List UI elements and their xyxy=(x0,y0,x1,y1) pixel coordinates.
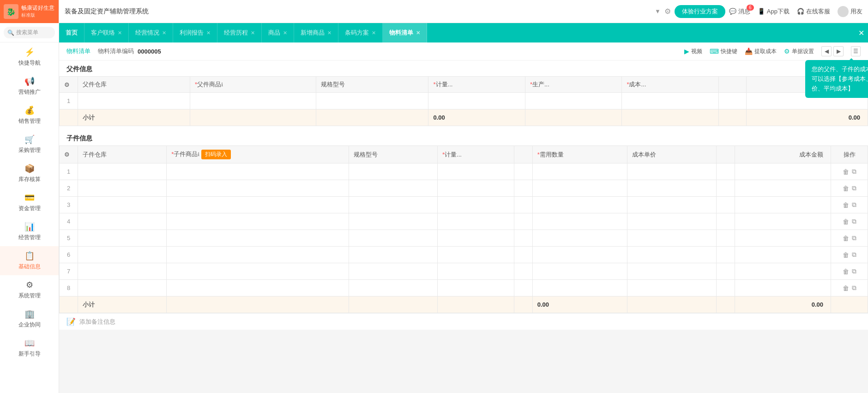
sidebar-item-system[interactable]: ⚙ 系统管理 xyxy=(0,275,59,304)
tab-operation-process-close[interactable]: ✕ xyxy=(251,30,255,36)
child-qty-5[interactable] xyxy=(532,230,627,247)
child-delete-5[interactable]: 🗑 xyxy=(843,235,849,242)
nav-list[interactable]: ☰ xyxy=(851,46,861,56)
child-product-7[interactable] xyxy=(167,263,349,280)
video-button[interactable]: ▶ 视频 xyxy=(684,48,702,55)
parent-product-1[interactable] xyxy=(190,93,316,109)
child-unit-8[interactable] xyxy=(438,280,514,296)
child-unit-4[interactable] xyxy=(438,213,514,230)
tab-product-close[interactable]: ✕ xyxy=(283,30,287,36)
child-delete-4[interactable]: 🗑 xyxy=(843,218,849,225)
child-unit-3[interactable] xyxy=(438,197,514,213)
parent-warehouse-1[interactable] xyxy=(78,93,190,109)
nav-next[interactable]: ▶ xyxy=(833,46,844,56)
child-copy-4[interactable]: ⧉ xyxy=(852,218,856,225)
child-product-6[interactable] xyxy=(167,247,349,263)
single-settings-button[interactable]: ⚙ 单据设置 xyxy=(784,48,814,55)
child-qty-7[interactable] xyxy=(532,263,627,280)
tab-product[interactable]: 商品 ✕ xyxy=(262,23,294,42)
child-qty-2[interactable] xyxy=(532,180,627,197)
add-note-label[interactable]: 添加备注信息 xyxy=(79,318,115,326)
child-qty-3[interactable] xyxy=(532,197,627,213)
parent-production-1[interactable] xyxy=(525,93,621,109)
child-qty-1[interactable] xyxy=(532,163,627,180)
child-unit-cost-1[interactable] xyxy=(627,163,716,180)
child-warehouse-1[interactable] xyxy=(78,163,167,180)
child-spec-1[interactable] xyxy=(349,163,437,180)
child-unit-cost-6[interactable] xyxy=(627,247,716,263)
parent-spec-1[interactable] xyxy=(316,93,428,109)
child-warehouse-4[interactable] xyxy=(78,213,167,230)
online-service-action[interactable]: 🎧 在线客服 xyxy=(797,7,830,16)
child-copy-7[interactable]: ⧉ xyxy=(852,267,856,275)
breadcrumb-parent[interactable]: 物料清单 xyxy=(66,47,90,55)
tab-customer-close[interactable]: ✕ xyxy=(118,30,122,36)
sidebar-item-purchase[interactable]: 🛒 采购管理 xyxy=(0,130,59,159)
message-action[interactable]: 💬 6 消息 xyxy=(729,7,750,16)
child-unit-cost-4[interactable] xyxy=(627,213,716,230)
child-product-3[interactable] xyxy=(167,197,349,213)
sidebar-item-guide[interactable]: 📖 新手引导 xyxy=(0,333,59,363)
child-spec-7[interactable] xyxy=(349,263,437,280)
child-unit-7[interactable] xyxy=(438,263,514,280)
tab-customer[interactable]: 客户联络 ✕ xyxy=(84,23,129,42)
child-spec-4[interactable] xyxy=(349,213,437,230)
tab-add-product-close[interactable]: ✕ xyxy=(327,30,332,36)
tab-profit-report[interactable]: 利润报告 ✕ xyxy=(173,23,217,42)
child-unit-cost-5[interactable] xyxy=(627,230,716,247)
child-copy-5[interactable]: ⧉ xyxy=(852,234,856,242)
child-unit-cost-3[interactable] xyxy=(627,197,716,213)
tab-bom[interactable]: 物料清单 ✕ xyxy=(383,23,427,42)
child-delete-2[interactable]: 🗑 xyxy=(843,185,849,192)
child-unit-6[interactable] xyxy=(438,247,514,263)
child-product-8[interactable] xyxy=(167,280,349,296)
dropdown-arrow[interactable]: ▼ xyxy=(655,8,661,15)
sidebar-item-inventory[interactable]: 📦 库存核算 xyxy=(0,159,59,188)
search-input-wrapper[interactable]: 🔍 搜索菜单 xyxy=(4,27,55,38)
scan-button[interactable]: 扫码录入 xyxy=(201,150,231,159)
child-warehouse-5[interactable] xyxy=(78,230,167,247)
child-warehouse-3[interactable] xyxy=(78,197,167,213)
child-spec-2[interactable] xyxy=(349,180,437,197)
tab-barcode-close[interactable]: ✕ xyxy=(372,30,376,36)
child-copy-1[interactable]: ⧉ xyxy=(852,168,856,175)
tab-operation-status[interactable]: 经营情况 ✕ xyxy=(129,23,173,42)
child-copy-6[interactable]: ⧉ xyxy=(852,251,856,259)
child-delete-7[interactable]: 🗑 xyxy=(843,268,849,275)
user-action[interactable]: 用友 xyxy=(838,6,862,17)
child-unit-cost-8[interactable] xyxy=(627,280,716,296)
settings-icon[interactable]: ⚙ xyxy=(664,7,671,16)
child-warehouse-6[interactable] xyxy=(78,247,167,263)
child-unit-1[interactable] xyxy=(438,163,514,180)
sidebar-item-quick-nav[interactable]: ⚡ 快捷导航 xyxy=(0,42,59,72)
child-unit-cost-7[interactable] xyxy=(627,263,716,280)
child-qty-8[interactable] xyxy=(532,280,627,296)
child-qty-6[interactable] xyxy=(532,247,627,263)
child-delete-1[interactable]: 🗑 xyxy=(843,168,849,175)
child-unit-cost-2[interactable] xyxy=(627,180,716,197)
tab-home[interactable]: 首页 xyxy=(59,23,84,42)
parent-cost-1[interactable] xyxy=(622,93,718,109)
tab-bom-close[interactable]: ✕ xyxy=(416,30,420,36)
app-download-action[interactable]: 📱 App下载 xyxy=(758,7,790,16)
child-unit-5[interactable] xyxy=(438,230,514,247)
child-product-4[interactable] xyxy=(167,213,349,230)
sidebar-item-sales[interactable]: 💰 销售管理 xyxy=(0,101,59,130)
tab-profit-report-close[interactable]: ✕ xyxy=(206,30,211,36)
child-copy-8[interactable]: ⧉ xyxy=(852,284,856,292)
parent-unit-1[interactable] xyxy=(428,93,525,109)
child-spec-5[interactable] xyxy=(349,230,437,247)
child-delete-3[interactable]: 🗑 xyxy=(843,201,849,209)
sidebar-item-finance[interactable]: 💳 资金管理 xyxy=(0,188,59,217)
nav-prev[interactable]: ◀ xyxy=(821,46,832,56)
child-copy-3[interactable]: ⧉ xyxy=(852,201,856,209)
tab-add-product[interactable]: 新增商品 ✕ xyxy=(294,23,338,42)
child-unit-2[interactable] xyxy=(438,180,514,197)
tab-barcode[interactable]: 条码方案 ✕ xyxy=(338,23,383,42)
child-delete-6[interactable]: 🗑 xyxy=(843,251,849,259)
sidebar-item-enterprise[interactable]: 🏢 企业协同 xyxy=(0,304,59,333)
sidebar-item-operation[interactable]: 📊 经营管理 xyxy=(0,217,59,246)
child-product-5[interactable] xyxy=(167,230,349,247)
child-spec-8[interactable] xyxy=(349,280,437,296)
tab-operation-process[interactable]: 经营历程 ✕ xyxy=(217,23,262,42)
